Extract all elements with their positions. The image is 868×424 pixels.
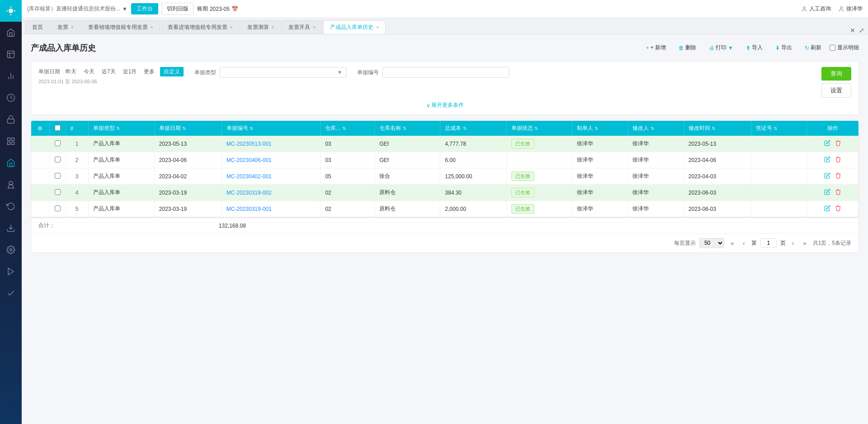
reset-button[interactable]: 设置 <box>821 83 851 98</box>
tab-invoice[interactable]: 发票 × <box>51 20 80 34</box>
col-status-header[interactable]: 单据状态 ⇅ <box>506 121 572 136</box>
sidebar-item-home[interactable] <box>0 22 22 43</box>
col-warehouse-name-header[interactable]: 仓库名称 ⇅ <box>375 121 440 136</box>
tab-invoice-calc[interactable]: 发票测算 × <box>241 20 281 34</box>
tab-purchase-vat[interactable]: 查看进项增值税专用发票 × <box>161 20 240 34</box>
row-delete-btn[interactable] <box>834 139 842 148</box>
row-edit-btn[interactable] <box>823 188 831 197</box>
row-delete-btn[interactable] <box>834 155 842 165</box>
col-total-cost-header[interactable]: 总成本 ⇅ <box>440 121 506 136</box>
tab-product-history[interactable]: 产成品入库单历史 × <box>323 20 386 34</box>
header-left: (库存核算）直播轻捷通信息技术股份... ▼ 工作台 切到旧版 账期 2023-… <box>27 3 238 15</box>
tab-invoice-label: 发票 <box>57 24 68 31</box>
window-close-btn[interactable]: ✕ <box>850 27 855 34</box>
query-buttons: 查询 设置 <box>821 67 851 98</box>
window-expand-btn[interactable]: ⤢ <box>859 27 864 34</box>
data-table: ⚙ # 单据类型 ⇅ 单据日期 ⇅ 单据编号 ⇅ 仓库... ⇅ 仓库名称 ⇅ … <box>31 121 859 217</box>
user-service[interactable]: 人工咨询 <box>801 5 831 13</box>
cutoff-button[interactable]: 切到旧版 <box>162 3 193 15</box>
row-ops <box>807 185 859 201</box>
row-checkbox[interactable] <box>55 173 61 179</box>
row-checkbox[interactable] <box>55 140 61 146</box>
col-date-header[interactable]: 单据日期 ⇅ <box>154 121 222 136</box>
date-shortcut-7days[interactable]: 近7天 <box>100 67 118 76</box>
user-info[interactable]: 徐泽华 <box>838 5 863 13</box>
refresh-button[interactable]: ↻ 刷新 <box>800 42 826 54</box>
current-page-input[interactable] <box>760 238 777 248</box>
row-warehouse-name: GEf <box>375 136 440 152</box>
tab-invoice-issue[interactable]: 发票开具 × <box>282 20 322 34</box>
display-detail-checkbox-group[interactable]: 显示明细 <box>830 44 859 52</box>
date-shortcut-yesterday[interactable]: 昨天 <box>64 67 78 76</box>
sidebar-item-chart[interactable] <box>0 65 22 87</box>
col-voucher-header[interactable]: 凭证号 ⇅ <box>751 121 807 136</box>
date-shortcut-custom[interactable]: 自定义 <box>160 67 184 76</box>
col-number-header[interactable]: 单据编号 ⇅ <box>222 121 321 136</box>
delete-button[interactable]: 🗑 删除 <box>674 42 701 54</box>
row-number-link[interactable]: MC-20230402-001 <box>226 173 272 180</box>
type-filter-select[interactable]: ▼ <box>220 67 346 78</box>
last-page-btn[interactable]: » <box>800 239 809 248</box>
row-checkbox[interactable] <box>55 189 61 195</box>
sidebar-item-grid[interactable] <box>0 130 22 152</box>
sidebar-item-download[interactable] <box>0 217 22 239</box>
workbench-button[interactable]: 工作台 <box>131 3 158 14</box>
sidebar-item-play[interactable] <box>0 261 22 282</box>
tab-invoice-calc-close[interactable]: × <box>272 25 274 30</box>
next-page-btn[interactable]: › <box>789 239 797 248</box>
tab-sales-vat-close[interactable]: × <box>151 25 153 30</box>
query-button[interactable]: 查询 <box>821 67 851 81</box>
tab-sales-vat[interactable]: 查看销项增值税专用发票 × <box>81 20 160 34</box>
select-all-checkbox[interactable] <box>55 125 61 131</box>
export-button[interactable]: ⬇ 导出 <box>771 42 797 54</box>
col-warehouse-code-header[interactable]: 仓库... ⇅ <box>321 121 375 136</box>
expand-more-btn[interactable]: ∨ 展开更多条件 <box>426 101 464 109</box>
tab-invoice-issue-close[interactable]: × <box>313 25 316 30</box>
row-number-link[interactable]: MC-20230406-001 <box>226 157 272 163</box>
row-delete-btn[interactable] <box>834 188 842 197</box>
date-shortcut-more[interactable]: 更多 <box>142 67 156 76</box>
sidebar-item-warehouse[interactable] <box>0 152 22 174</box>
row-delete-btn[interactable] <box>834 172 842 181</box>
new-button[interactable]: + + 新增 <box>642 42 670 54</box>
row-edit-btn[interactable] <box>823 139 831 148</box>
row-number-link[interactable]: MC-20230319-001 <box>226 206 272 212</box>
col-modifier-header[interactable]: 修改人 ⇅ <box>628 121 684 136</box>
col-modify-time-header[interactable]: 修改时间 ⇅ <box>684 121 751 136</box>
number-filter-input[interactable] <box>382 67 509 78</box>
sidebar-item-docs[interactable] <box>0 43 22 65</box>
row-checkbox[interactable] <box>55 157 61 162</box>
sidebar-item-refresh[interactable] <box>0 195 22 217</box>
sidebar-item-analytics[interactable] <box>0 87 22 109</box>
col-type-header[interactable]: 单据类型 ⇅ <box>88 121 154 136</box>
row-checkbox[interactable] <box>55 205 61 211</box>
sidebar-item-lock[interactable] <box>0 109 22 130</box>
first-page-btn[interactable]: « <box>728 239 736 248</box>
company-selector[interactable]: (库存核算）直播轻捷通信息技术股份... ▼ <box>27 5 127 13</box>
row-edit-btn[interactable] <box>823 155 831 165</box>
number-filter-label: 单据编号 <box>357 69 379 76</box>
row-number-link[interactable]: MC-20230319-002 <box>226 190 272 196</box>
tab-home[interactable]: 首页 <box>25 20 50 34</box>
import-button[interactable]: ⬆ 导入 <box>741 42 767 54</box>
col-creator-header[interactable]: 制单人 ⇅ <box>572 121 627 136</box>
prev-page-btn[interactable]: ‹ <box>740 239 747 248</box>
print-button[interactable]: 🖨 打印 ▼ <box>704 42 738 54</box>
row-modifier: 徐泽华 <box>628 152 684 168</box>
row-edit-btn[interactable] <box>823 204 831 214</box>
tab-invoice-close[interactable]: × <box>71 25 74 30</box>
tab-purchase-vat-close[interactable]: × <box>230 25 233 30</box>
calendar-icon[interactable]: 📅 <box>231 6 238 12</box>
col-settings[interactable]: ⚙ <box>31 121 49 136</box>
tab-product-history-close[interactable]: × <box>376 25 379 30</box>
date-shortcut-today[interactable]: 今天 <box>82 67 96 76</box>
sidebar-item-stamp[interactable] <box>0 174 22 195</box>
date-shortcut-1month[interactable]: 近1月 <box>121 67 139 76</box>
sidebar-item-settings[interactable] <box>0 239 22 261</box>
row-number-link[interactable]: MC-20230513-001 <box>226 141 272 147</box>
row-edit-btn[interactable] <box>823 172 831 181</box>
sidebar-item-v[interactable] <box>0 282 22 304</box>
per-page-select[interactable]: 50 100 200 <box>699 238 724 248</box>
row-delete-btn[interactable] <box>834 204 842 214</box>
display-detail-checkbox[interactable] <box>830 45 835 51</box>
